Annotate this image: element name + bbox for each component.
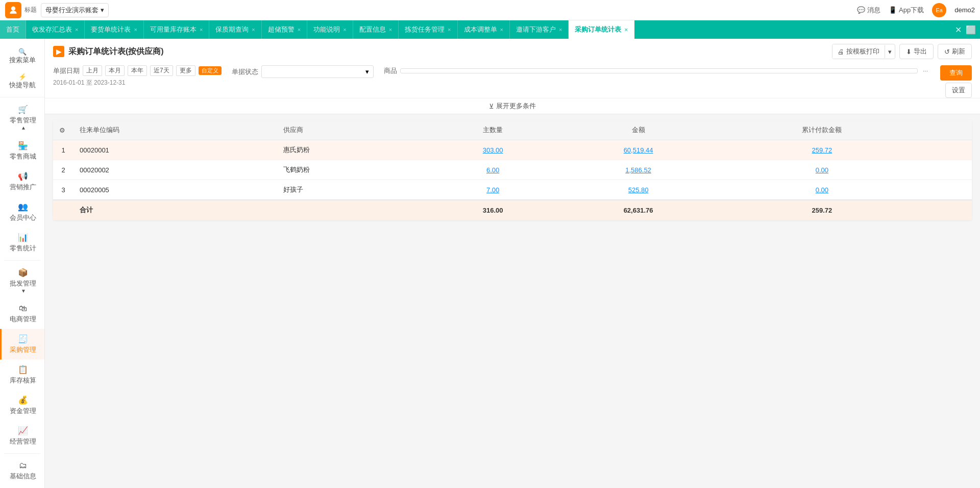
tab-overstock-close[interactable]: × bbox=[298, 27, 301, 33]
tab-invite-label: 邀请下游客户 bbox=[516, 25, 556, 34]
date-filter-row: 单据日期 上月 本月 本年 近7天 更多 自定义 bbox=[53, 65, 222, 76]
footer-total-amount: 62,631.76 bbox=[556, 200, 720, 220]
settings-button[interactable]: 设置 bbox=[945, 83, 972, 98]
wholesale-icon: 📦 bbox=[18, 268, 28, 277]
sidebar-item-basic-info[interactable]: 🗂 基础信息 bbox=[0, 456, 44, 486]
tab-warranty[interactable]: 保质期查询 × bbox=[209, 20, 261, 39]
tab-order-stats-close[interactable]: × bbox=[134, 27, 137, 33]
row-code: 00020002 bbox=[74, 160, 277, 180]
tab-pick-task[interactable]: 拣货任务管理 × bbox=[399, 20, 457, 39]
tab-collect-close[interactable]: × bbox=[75, 27, 78, 33]
sidebar-item-quick-nav[interactable]: ⚡ 快捷导航 bbox=[4, 69, 40, 94]
sidebar-marketing-label: 营销推广 bbox=[10, 183, 36, 192]
expand-more-label: 展开更多条件 bbox=[496, 101, 536, 111]
tab-purchase-stats[interactable]: 采购订单统计表 × bbox=[569, 20, 634, 39]
biz-mgmt-icon: 📈 bbox=[18, 426, 28, 435]
tab-cost-adj[interactable]: 成本调整单 × bbox=[458, 20, 510, 39]
tab-func-desc-close[interactable]: × bbox=[343, 27, 346, 33]
tab-config[interactable]: 配置信息 × bbox=[353, 20, 399, 39]
th-code: 往来单位编码 bbox=[74, 120, 277, 140]
user-avatar: Ea bbox=[932, 3, 946, 17]
filter-row-1: 单据日期 上月 本月 本年 近7天 更多 自定义 2016-01-01 至 20… bbox=[45, 62, 980, 98]
tab-config-close[interactable]: × bbox=[389, 27, 392, 33]
sidebar-item-member-center[interactable]: 👥 会员中心 bbox=[0, 197, 44, 227]
workspace-name: 母婴行业演示账套 bbox=[45, 6, 99, 15]
sidebar-item-inventory[interactable]: 📋 库存核算 bbox=[0, 359, 44, 390]
tab-warranty-close[interactable]: × bbox=[252, 27, 255, 33]
th-paid: 累计付款金额 bbox=[720, 120, 924, 140]
sidebar-item-search[interactable]: 🔍 搜索菜单 bbox=[4, 44, 40, 69]
print-dropdown-arrow[interactable]: ▾ bbox=[885, 45, 895, 58]
refresh-icon: ↺ bbox=[944, 48, 950, 56]
user-name[interactable]: demo2 bbox=[954, 6, 975, 14]
export-button[interactable]: ⬇ 导出 bbox=[899, 44, 934, 59]
close-tab-icon[interactable]: ✕ bbox=[955, 25, 962, 35]
tab-config-label: 配置信息 bbox=[359, 25, 386, 34]
sidebar-item-purchase[interactable]: 🧾 采购管理 bbox=[0, 329, 44, 359]
status-select[interactable]: ▾ bbox=[261, 65, 374, 78]
th-amount: 金额 bbox=[556, 120, 720, 140]
row-extra bbox=[924, 180, 972, 200]
date-btn-this-year[interactable]: 本年 bbox=[128, 65, 147, 76]
tab-home[interactable]: 首页 bbox=[0, 20, 26, 39]
sidebar-inventory-label: 库存核算 bbox=[10, 376, 36, 385]
date-range-display: 2016-01-01 至 2023-12-31 bbox=[53, 79, 222, 87]
goods-label: 商品 bbox=[384, 66, 397, 75]
table-footer-row: 合计 316.00 62,631.76 259.72 bbox=[53, 200, 972, 220]
query-button[interactable]: 查询 bbox=[940, 65, 972, 81]
tab-purchase-stats-label: 采购订单统计表 bbox=[575, 25, 621, 34]
restore-tab-icon[interactable]: ⬜ bbox=[966, 25, 976, 35]
export-icon: ⬇ bbox=[906, 48, 912, 56]
table-row: 3 00020005 好孩子 7.00 525.80 0.00 bbox=[53, 180, 972, 200]
tab-overstock[interactable]: 超储预警 × bbox=[262, 20, 307, 39]
workspace-selector[interactable]: 母婴行业演示账套 ▾ bbox=[41, 3, 109, 17]
sidebar-search-section: 🔍 搜索菜单 ⚡ 快捷导航 bbox=[0, 39, 44, 97]
app-download-button[interactable]: 📱 App下载 bbox=[889, 6, 924, 15]
logo-area: 标题 bbox=[5, 2, 37, 18]
row-paid: 0.00 bbox=[720, 180, 924, 200]
sidebar-item-finance[interactable]: 💰 资金管理 bbox=[0, 390, 44, 421]
more-filter-btn[interactable]: ··· bbox=[921, 65, 930, 76]
status-select-arrow: ▾ bbox=[365, 68, 369, 75]
tab-invite[interactable]: 邀请下游客户 × bbox=[510, 20, 569, 39]
tab-stock-account-close[interactable]: × bbox=[200, 27, 203, 33]
tab-stock-account[interactable]: 可用量库存账本 × bbox=[144, 20, 209, 39]
goods-input[interactable] bbox=[400, 68, 918, 73]
date-btn-7days[interactable]: 近7天 bbox=[150, 65, 173, 76]
export-label: 导出 bbox=[914, 47, 927, 56]
date-btn-this-month[interactable]: 本月 bbox=[105, 65, 125, 76]
sidebar-item-retail-stats[interactable]: 📊 零售统计 bbox=[0, 227, 44, 258]
sidebar-item-wholesale[interactable]: 📦 批发管理 ▼ bbox=[0, 263, 44, 299]
tab-collect[interactable]: 收发存汇总表 × bbox=[26, 20, 85, 39]
tab-invite-close[interactable]: × bbox=[559, 27, 562, 33]
print-button[interactable]: 🖨 按模板打印 bbox=[832, 44, 885, 59]
row-index: 1 bbox=[53, 140, 74, 160]
date-btn-last-month[interactable]: 上月 bbox=[83, 65, 102, 76]
expand-more-btn[interactable]: ⊻ 展开更多条件 bbox=[489, 101, 536, 111]
purchase-icon: 🧾 bbox=[18, 334, 28, 344]
sidebar-biz-mgmt-label: 经营管理 bbox=[10, 437, 36, 446]
tab-func-desc[interactable]: 功能说明 × bbox=[307, 20, 353, 39]
refresh-button[interactable]: ↺ 刷新 bbox=[938, 44, 972, 59]
tab-purchase-stats-close[interactable]: × bbox=[624, 27, 627, 33]
member-center-icon: 👥 bbox=[18, 202, 28, 212]
sidebar-item-ecommerce[interactable]: 🛍 电商管理 bbox=[0, 299, 44, 329]
collapse-sidebar-btn[interactable]: ▶ bbox=[53, 46, 64, 57]
inventory-icon: 📋 bbox=[18, 365, 28, 374]
sidebar-item-sys-mgmt[interactable]: ⚙ 系统管理 bbox=[0, 486, 44, 488]
sidebar-item-marketing[interactable]: 📢 营销推广 bbox=[0, 166, 44, 197]
tab-cost-adj-close[interactable]: × bbox=[500, 27, 503, 33]
page-header-actions: 🖨 按模板打印 ▾ ⬇ 导出 ↺ 刷新 bbox=[832, 44, 972, 59]
sidebar-item-retail-mgmt[interactable]: 🛒 零售管理 ▲ bbox=[0, 99, 44, 136]
title-row: ▶ 采购订单统计表(按供应商) 🖨 按模板打印 ▾ ⬇ 导出 bbox=[45, 39, 980, 62]
message-button[interactable]: 💬 消息 bbox=[857, 6, 880, 15]
sidebar-item-retail-mall[interactable]: 🏪 零售商城 bbox=[0, 136, 44, 166]
sidebar-item-biz-mgmt[interactable]: 📈 经营管理 bbox=[0, 421, 44, 451]
app-download-icon: 📱 bbox=[889, 6, 897, 14]
tab-pick-task-close[interactable]: × bbox=[448, 27, 451, 33]
date-btn-more[interactable]: 更多 bbox=[176, 65, 195, 76]
table-settings-icon[interactable]: ⚙ bbox=[59, 126, 65, 134]
marketing-icon: 📢 bbox=[18, 171, 28, 181]
retail-stats-icon: 📊 bbox=[18, 233, 28, 242]
tab-order-stats[interactable]: 要货单统计表 × bbox=[85, 20, 143, 39]
